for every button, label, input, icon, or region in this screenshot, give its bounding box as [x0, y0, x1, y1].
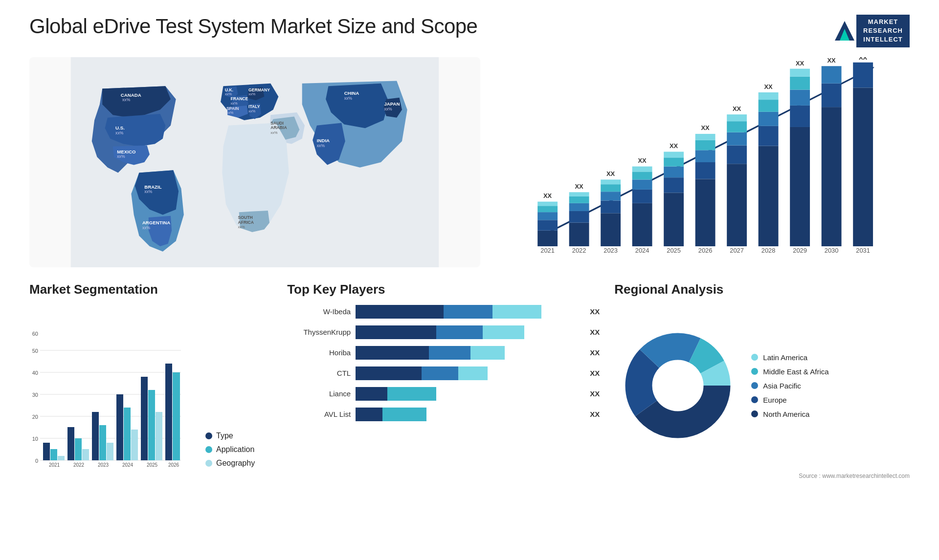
svg-rect-128 [82, 449, 89, 460]
legend-label-geography: Geography [216, 459, 255, 468]
svg-text:XX: XX [638, 157, 647, 164]
legend-label-asia: Asia Pacific [763, 382, 801, 390]
svg-text:xx%: xx% [248, 108, 256, 113]
svg-rect-88 [759, 111, 779, 126]
segmentation-svg: 0 10 20 30 40 50 60 [29, 331, 186, 468]
player-value: XX [590, 389, 600, 398]
player-row-thyssen: ThyssenKrupp XX [287, 324, 600, 340]
segmentation-area: Market Segmentation 0 10 20 30 40 50 60 [29, 282, 272, 468]
segmentation-chart-wrap: 0 10 20 30 40 50 60 [29, 304, 272, 468]
svg-rect-100 [822, 107, 842, 246]
world-map: CANADA xx% U.S. xx% MEXICO xx% BRAZIL xx… [29, 57, 480, 267]
svg-text:xx%: xx% [115, 130, 124, 135]
svg-rect-94 [790, 105, 810, 127]
player-name: Liance [287, 389, 351, 398]
map-svg: CANADA xx% U.S. xx% MEXICO xx% BRAZIL xx… [29, 57, 480, 267]
svg-rect-156 [470, 346, 505, 360]
svg-rect-153 [483, 325, 524, 339]
svg-rect-148 [356, 305, 444, 319]
svg-rect-40 [537, 206, 558, 212]
svg-rect-76 [695, 134, 715, 140]
page-title: Global eDrive Test System Market Size an… [29, 15, 477, 38]
svg-text:2030: 2030 [825, 246, 839, 254]
svg-text:SPAIN: SPAIN [226, 106, 239, 110]
svg-rect-135 [124, 408, 131, 460]
svg-text:CHINA: CHINA [344, 90, 359, 96]
svg-rect-44 [569, 222, 589, 246]
svg-rect-160 [356, 387, 387, 401]
player-row-ctl: CTL XX [287, 366, 600, 381]
svg-text:2031: 2031 [856, 246, 870, 254]
svg-rect-73 [695, 162, 715, 179]
svg-text:2026: 2026 [698, 246, 713, 254]
svg-rect-59 [632, 189, 652, 203]
player-name: ThyssenKrupp [287, 328, 351, 336]
svg-rect-74 [695, 150, 715, 162]
regional-content: Latin America Middle East & Africa Asia … [614, 304, 910, 468]
svg-text:JAPAN: JAPAN [384, 101, 400, 106]
header: Global eDrive Test System Market Size an… [29, 15, 910, 47]
player-bar [356, 366, 582, 381]
svg-rect-96 [790, 76, 810, 89]
svg-rect-143 [173, 372, 180, 460]
legend-dot-application [205, 446, 212, 453]
svg-text:2023: 2023 [604, 246, 618, 254]
svg-text:2021: 2021 [540, 246, 555, 254]
player-bar-svg [356, 366, 561, 381]
svg-rect-60 [632, 179, 652, 189]
legend-dot-latin [751, 354, 758, 361]
svg-text:xx%: xx% [248, 92, 256, 96]
svg-text:xx%: xx% [231, 101, 238, 105]
svg-rect-52 [601, 200, 621, 213]
player-value: XX [590, 328, 600, 336]
svg-rect-130 [92, 412, 99, 460]
legend-europe: Europe [751, 396, 828, 404]
legend-geography: Geography [205, 459, 264, 468]
svg-rect-157 [356, 366, 422, 380]
svg-rect-79 [727, 164, 747, 246]
svg-text:MEXICO: MEXICO [117, 149, 136, 154]
svg-text:20: 20 [32, 414, 38, 420]
svg-rect-139 [148, 390, 155, 460]
svg-rect-132 [107, 443, 113, 460]
svg-rect-69 [664, 151, 684, 157]
svg-text:2027: 2027 [730, 246, 744, 254]
bar-chart-area: XX 2021 XX 2022 XX 2023 [500, 57, 910, 267]
svg-rect-154 [356, 346, 429, 360]
svg-text:ITALY: ITALY [248, 104, 260, 109]
donut-svg [614, 322, 741, 449]
legend-label-type: Type [216, 431, 233, 440]
logo-icon [833, 19, 856, 43]
svg-rect-47 [569, 196, 589, 203]
svg-rect-142 [165, 364, 172, 460]
player-value: XX [590, 307, 600, 316]
legend-dot-na [751, 410, 758, 417]
svg-text:XX: XX [764, 83, 773, 90]
svg-rect-93 [790, 127, 810, 246]
svg-text:30: 30 [32, 392, 38, 398]
svg-text:2024: 2024 [122, 462, 134, 468]
svg-rect-136 [131, 430, 138, 460]
svg-text:BRAZIL: BRAZIL [144, 184, 162, 189]
svg-rect-53 [601, 192, 621, 200]
svg-text:2029: 2029 [793, 246, 807, 254]
svg-rect-126 [67, 427, 74, 460]
svg-rect-124 [58, 456, 65, 460]
svg-rect-155 [429, 346, 470, 360]
svg-rect-48 [569, 192, 589, 196]
svg-text:XX: XX [733, 105, 741, 112]
legend-dot-mea [751, 368, 758, 375]
player-bar-svg [356, 304, 561, 320]
legend-dot-europe [751, 396, 758, 403]
player-row-horiba: Horiba XX [287, 345, 600, 361]
svg-rect-66 [664, 177, 684, 193]
svg-rect-55 [601, 179, 621, 184]
svg-rect-39 [537, 212, 558, 220]
svg-text:xx%: xx% [344, 96, 353, 101]
svg-text:XX: XX [606, 170, 615, 177]
svg-rect-89 [759, 100, 779, 112]
player-value: XX [590, 369, 600, 377]
svg-rect-106 [853, 62, 873, 87]
svg-rect-150 [492, 305, 541, 319]
player-bar [356, 386, 582, 402]
